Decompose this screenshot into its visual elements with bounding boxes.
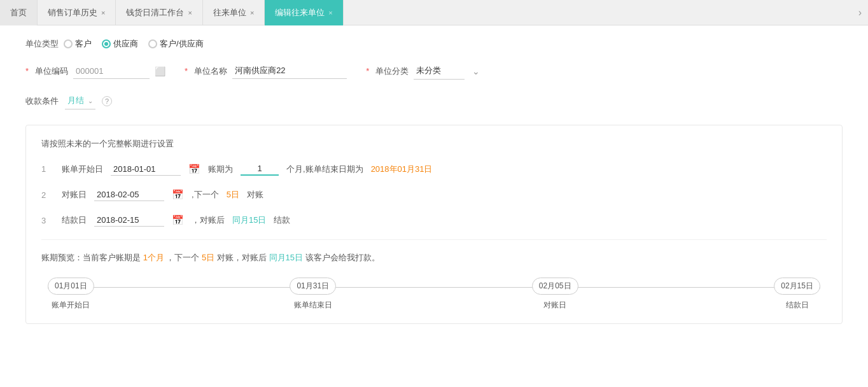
radio-supplier-label: 供应商 — [113, 38, 138, 50]
timeline: 01月01日账单开始日01月31日账单结束日02月05日对账日02月15日结款日 — [41, 278, 827, 311]
radio-both[interactable]: 客户/供应商 — [148, 38, 204, 50]
timeline-label-3: 结款日 — [786, 300, 809, 311]
radio-customer-label: 客户 — [75, 38, 92, 50]
tab-home[interactable]: 首页 — [0, 0, 38, 25]
code-input[interactable] — [73, 64, 150, 79]
tab-cash-work[interactable]: 钱货日清工作台 × — [116, 0, 202, 25]
radio-customer[interactable]: 客户 — [64, 38, 92, 50]
row-2-suffix-post: 对账 — [247, 189, 263, 201]
row-3-highlight: 同月15日 — [232, 215, 266, 226]
tab-sales-history[interactable]: 销售订单历史 × — [38, 0, 116, 25]
timeline-label-1: 账单结束日 — [294, 300, 332, 311]
row-3-calendar-icon[interactable]: 📅 — [172, 215, 184, 226]
name-group: * 单位名称 — [185, 64, 347, 79]
radio-supplier[interactable]: 供应商 — [102, 38, 138, 50]
settings-card: 请按照未来的一个完整帐期进行设置 1 账单开始日 📅 账期为 个月,账单结束日期… — [25, 125, 843, 324]
preview-part4: 对账，对账后 — [217, 253, 267, 262]
preview-label: 账期预览：当前客户账期是 — [41, 253, 141, 262]
unit-type-radio-group: 客户 供应商 客户/供应商 — [64, 38, 204, 50]
category-value: 未分类 — [414, 62, 465, 80]
tab-sales-history-label: 销售订单历史 — [48, 7, 97, 18]
code-required-star: * — [25, 66, 29, 76]
unit-type-group: 单位类型 客户 供应商 客户/供应商 — [25, 38, 204, 50]
tab-counterparty-close[interactable]: × — [250, 9, 254, 17]
row-2-date-input[interactable] — [94, 188, 164, 201]
timeline-item-1: 01月31日账单结束日 — [290, 278, 336, 311]
row-1-highlight: 2018年01月31日 — [371, 164, 433, 175]
timeline-item-2: 02月05日对账日 — [532, 278, 578, 311]
row-1-num: 1 — [41, 164, 54, 174]
code-label: 单位编码 — [35, 66, 68, 77]
main-content: 单位类型 客户 供应商 客户/供应商 * 单位编码 — [0, 25, 868, 387]
preview-part2: ，下一个 — [166, 253, 199, 262]
tab-edit-counterparty-label: 编辑往来单位 — [275, 7, 325, 18]
category-label: 单位分类 — [375, 66, 409, 77]
row-3-num: 3 — [41, 216, 54, 225]
payment-value: 月结 — [67, 95, 84, 106]
setting-row-3: 3 结款日 📅 ，对账后 同月15日 结款 — [41, 214, 827, 227]
timeline-node-1: 01月31日 — [290, 278, 336, 295]
row-1-calendar-icon[interactable]: 📅 — [188, 164, 200, 175]
radio-customer-circle — [64, 39, 73, 48]
category-required-star: * — [366, 66, 369, 76]
payment-row: 收款条件 月结 ⌄ ? — [25, 92, 843, 109]
timeline-node-0: 01月01日 — [48, 278, 94, 295]
name-required-star: * — [185, 66, 188, 76]
setting-row-1: 1 账单开始日 📅 账期为 个月,账单结束日期为 2018年01月31日 — [41, 162, 827, 176]
info-row: * 单位编码 ⬜ * 单位名称 * 单位分类 未分类 ⌄ — [25, 62, 843, 80]
preview-part6: 该客户会给我打款。 — [305, 253, 380, 262]
tab-bar: 首页 销售订单历史 × 钱货日清工作台 × 往来单位 × 编辑往来单位 × › — [0, 0, 868, 25]
row-3-field: 结款日 — [62, 215, 87, 226]
help-icon[interactable]: ? — [102, 96, 112, 106]
tab-sales-history-close[interactable]: × — [101, 9, 105, 17]
name-label: 单位名称 — [194, 66, 227, 77]
timeline-item-3: 02月15日结款日 — [774, 278, 820, 311]
row-3-suffix-pre: ，对账后 — [192, 215, 225, 226]
category-group: * 单位分类 未分类 ⌄ — [366, 62, 480, 80]
tab-edit-counterparty-close[interactable]: × — [328, 9, 332, 17]
radio-both-label: 客户/供应商 — [160, 38, 204, 50]
preview-part3: 5日 — [202, 253, 214, 262]
tab-counterparty[interactable]: 往来单位 × — [203, 0, 265, 25]
months-input[interactable] — [241, 162, 279, 176]
preview-text: 账期预览：当前客户账期是 1个月 ，下一个 5日 对账，对账后 同月15日 该客… — [41, 253, 380, 262]
unit-type-row: 单位类型 客户 供应商 客户/供应商 — [25, 38, 843, 50]
radio-supplier-circle — [102, 39, 111, 48]
payment-select[interactable]: 月结 ⌄ — [65, 92, 95, 109]
row-1-suffix-post: 个月,账单结束日期为 — [286, 164, 363, 175]
row-3-date-input[interactable] — [94, 214, 164, 227]
row-2-calendar-icon[interactable]: 📅 — [172, 189, 184, 201]
payment-label: 收款条件 — [25, 95, 59, 107]
preview-part5: 同月15日 — [269, 253, 303, 262]
radio-both-circle — [148, 39, 157, 48]
row-1-suffix-pre: 账期为 — [208, 164, 233, 175]
row-1-date-input[interactable] — [111, 163, 181, 176]
row-2-highlight: 5日 — [227, 189, 239, 201]
tab-counterparty-label: 往来单位 — [213, 7, 246, 18]
payment-dropdown-icon: ⌄ — [88, 97, 93, 104]
row-2-suffix-pre: ,下一个 — [192, 189, 219, 201]
category-dropdown-icon[interactable]: ⌄ — [472, 66, 480, 76]
row-1-field: 账单开始日 — [62, 164, 103, 175]
card-title: 请按照未来的一个完整帐期进行设置 — [41, 138, 827, 150]
setting-row-2: 2 对账日 📅 ,下一个 5日 对账 — [41, 188, 827, 201]
row-2-num: 2 — [41, 190, 54, 200]
timeline-node-2: 02月05日 — [532, 278, 578, 295]
timeline-label-2: 对账日 — [543, 300, 566, 311]
tab-edit-counterparty[interactable]: 编辑往来单位 × — [265, 0, 343, 25]
code-group: * 单位编码 ⬜ — [25, 64, 165, 79]
tab-cash-work-label: 钱货日清工作台 — [126, 7, 184, 18]
tab-expand-button[interactable]: › — [852, 0, 868, 25]
preview-part1: 1个月 — [143, 253, 164, 262]
timeline-node-3: 02月15日 — [774, 278, 820, 295]
row-3-suffix-post: 结款 — [274, 215, 290, 226]
copy-icon[interactable]: ⬜ — [155, 66, 165, 76]
timeline-item-0: 01月01日账单开始日 — [48, 278, 94, 311]
tab-cash-work-close[interactable]: × — [188, 9, 192, 17]
unit-type-label: 单位类型 — [25, 38, 59, 50]
name-input[interactable] — [232, 64, 347, 79]
tab-home-label: 首页 — [10, 7, 27, 18]
row-2-field: 对账日 — [62, 189, 87, 201]
timeline-label-0: 账单开始日 — [52, 300, 90, 311]
